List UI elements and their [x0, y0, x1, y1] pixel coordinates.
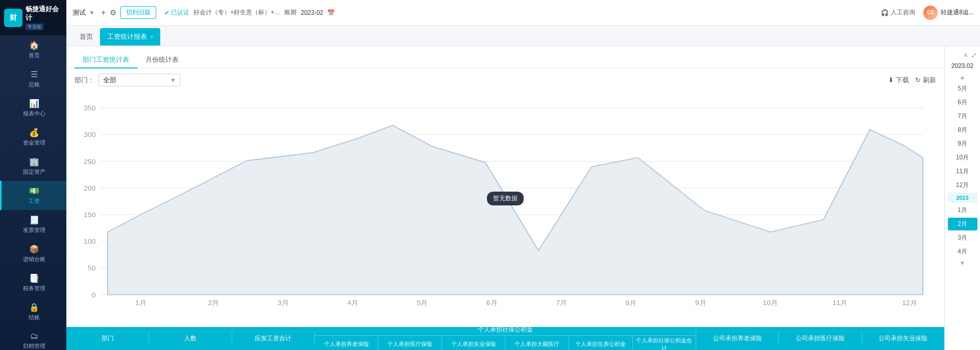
refresh-button[interactable]: ↻ 刷新	[915, 76, 936, 85]
sidebar-label-salary: 工资	[29, 197, 40, 205]
col-personal-housing: 个人承担住房公积金	[569, 336, 633, 351]
svg-text:350: 350	[84, 104, 96, 112]
sidebar-item-funds[interactable]: 💰 资金管理	[0, 123, 66, 152]
sidebar-item-closing[interactable]: 🔒 结账	[0, 297, 66, 326]
topbar-project: 测试 ▼	[72, 8, 95, 17]
col-personal-total: 个人承担社保公积金合计	[633, 336, 696, 351]
topbar: 测试 ▼ + ⚙ 切到旧版 ✔ 已认证 好会计（专）+好生意（标）+… 账期 2…	[66, 0, 980, 26]
svg-text:100: 100	[84, 238, 96, 245]
sidebar-item-assets[interactable]: 🏢 固定资产	[0, 152, 66, 181]
download-icon: ⬇	[888, 76, 894, 84]
sidebar-label-sales: 进销台账	[23, 255, 45, 263]
calendar-icon[interactable]: 📅	[327, 9, 335, 16]
sub-tab-month[interactable]: 月份统计表	[137, 52, 187, 68]
sidebar-label-tax: 税务管理	[23, 285, 45, 292]
switch-version-button[interactable]: 切到旧版	[120, 6, 156, 19]
sidebar-item-sales[interactable]: 📦 进销台账	[0, 239, 66, 268]
date-item-6[interactable]: 6月	[948, 96, 977, 109]
close-tab-icon[interactable]: ×	[150, 34, 153, 40]
svg-text:8月: 8月	[626, 299, 637, 307]
headset-icon: 🎧	[881, 9, 889, 16]
group-body-personal: 个人承担养老保险 个人承担医疗保险 个人承担失业保险 个人承担大额医疗 个人承担…	[315, 336, 696, 351]
certified-status: ✔ 已认证	[164, 8, 189, 17]
funds-icon: 💰	[29, 128, 39, 137]
toolbar: 部门： 全部 ▼ ⬇ 下载 ↻ 刷新	[66, 68, 944, 91]
topbar-status: ✔ 已认证 好会计（专）+好生意（标）+… 账期 2023-02 📅	[164, 8, 335, 17]
date-item-10[interactable]: 10月	[948, 151, 977, 164]
date-item-12[interactable]: 12月	[948, 179, 977, 192]
close-sidebar-button[interactable]: ×	[963, 50, 969, 60]
sidebar-item-home[interactable]: 🏠 首页	[0, 35, 66, 64]
date-item-9[interactable]: 9月	[948, 137, 977, 150]
table-footer: 部门 人数 应发工资合计 个人承担社保公积金 个人承担养老保险 个人承担医疗保险…	[66, 327, 944, 350]
svg-text:250: 250	[84, 157, 96, 165]
download-label: 下载	[896, 76, 909, 85]
add-button[interactable]: +	[101, 8, 106, 17]
date-item-2023-2[interactable]: 2月	[948, 218, 977, 230]
refresh-icon: ↻	[915, 76, 921, 84]
sidebar-item-archive[interactable]: 🗂 归档管理	[0, 326, 66, 350]
user-menu[interactable]: CE 轻捷通8追...	[923, 6, 974, 20]
sidebar-item-invoice[interactable]: 🧾 发票管理	[0, 210, 66, 239]
date-nav-down-button[interactable]: ▼	[959, 259, 967, 268]
svg-text:300: 300	[84, 131, 96, 138]
date-item-7[interactable]: 7月	[948, 110, 977, 123]
topbar-right: 🎧 人工咨询 CE 轻捷通8追...	[881, 6, 974, 20]
svg-text:10月: 10月	[763, 299, 778, 307]
date-item-2023-3[interactable]: 3月	[948, 231, 977, 244]
chevron-down-icon[interactable]: ▼	[89, 9, 95, 16]
year-2023-label: 2023	[948, 193, 977, 203]
dept-select-wrapper[interactable]: 全部 ▼	[99, 74, 180, 86]
gear-icon[interactable]: ⚙	[110, 8, 116, 17]
home-tab-label: 首页	[80, 32, 93, 41]
sub-tab-dept[interactable]: 部门工资统计表	[75, 52, 137, 68]
app-logo-text: 畅捷通好会计 专业版	[26, 5, 62, 30]
status-tags: 好会计（专）+好生意（标）+…	[193, 8, 280, 17]
main-area: 测试 ▼ + ⚙ 切到旧版 ✔ 已认证 好会计（专）+好生意（标）+… 账期 2…	[66, 0, 980, 350]
sidebar-header-controls: × ⤢	[945, 50, 980, 62]
sidebar-label-reports: 报表中心	[23, 110, 45, 118]
svg-text:200: 200	[84, 184, 96, 192]
svg-text:150: 150	[84, 211, 96, 218]
date-item-2023-1[interactable]: 1月	[948, 204, 977, 217]
col-personal-major-medical: 个人承担大额医疗	[505, 336, 569, 351]
reports-icon: 📊	[29, 99, 39, 108]
sidebar-nav: 🏠 首页 ☰ 总账 📊 报表中心 💰 资金管理 🏢 固定资产 💵 工资 🧾 发票…	[0, 35, 66, 350]
sales-icon: 📦	[29, 244, 39, 254]
dept-label: 部门：	[75, 76, 94, 85]
date-item-2023-4[interactable]: 4月	[948, 245, 977, 258]
sidebar-item-ledger[interactable]: ☰ 总账	[0, 64, 66, 94]
svg-text:5月: 5月	[416, 299, 428, 307]
sidebar-item-salary[interactable]: 💵 工资	[0, 181, 66, 210]
date-item-5[interactable]: 5月	[948, 82, 977, 95]
sidebar-item-tax[interactable]: 📑 税务管理	[0, 268, 66, 297]
dept-select[interactable]: 全部	[99, 74, 180, 86]
certified-label: 已认证	[171, 8, 189, 17]
expand-sidebar-button[interactable]: ⤢	[970, 50, 978, 60]
avatar: CE	[923, 6, 938, 20]
date-item-11[interactable]: 11月	[948, 165, 977, 178]
main-panel: 部门工资统计表 月份统计表 部门： 全部 ▼	[66, 46, 944, 350]
date-item-8[interactable]: 8月	[948, 124, 977, 136]
period-value: 2023-02	[301, 9, 323, 16]
username: 轻捷通8追...	[941, 8, 974, 17]
consult-label: 人工咨询	[891, 8, 915, 17]
download-button[interactable]: ⬇ 下载	[888, 76, 909, 85]
sidebar-label-funds: 资金管理	[23, 139, 45, 147]
svg-text:1月: 1月	[135, 299, 146, 307]
tab-salary-report[interactable]: 工资统计报表 ×	[100, 28, 160, 45]
sidebar-label-assets: 固定资产	[23, 168, 45, 176]
sidebar-item-reports[interactable]: 📊 报表中心	[0, 94, 66, 123]
sidebar-label-closing: 结账	[29, 314, 40, 321]
area-chart: 350 300 250 200 150 100 50 0 1月	[75, 96, 936, 319]
consult-button[interactable]: 🎧 人工咨询	[881, 8, 915, 17]
period-label: 账期	[284, 8, 297, 17]
svg-text:0: 0	[92, 291, 96, 298]
toolbar-left: 部门： 全部 ▼	[75, 74, 180, 86]
date-nav-up-button[interactable]: ▲	[959, 73, 967, 82]
tab-home[interactable]: 首页	[72, 28, 100, 45]
dept-tab-label: 部门工资统计表	[83, 56, 129, 63]
table-col-total-wage: 应发工资合计	[232, 332, 315, 345]
col-company-pension: 公司承担养老保险	[696, 332, 779, 345]
col-personal-pension: 个人承担养老保险	[315, 336, 379, 351]
